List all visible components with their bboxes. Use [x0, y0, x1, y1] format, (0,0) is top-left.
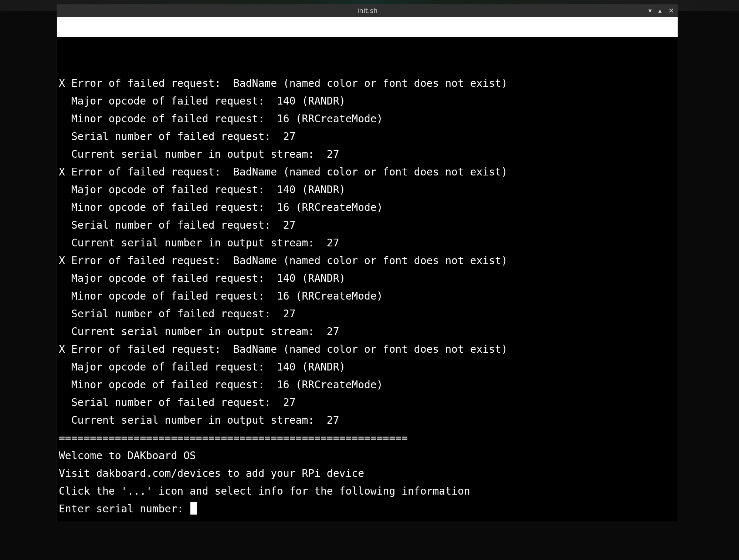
x-error-line: X Error of failed request: BadName (name… [59, 75, 676, 92]
x-error-line: Current serial number in output stream: … [59, 146, 676, 163]
welcome-line: Welcome to DAKboard OS [59, 447, 676, 465]
window-controls: ▾ ▴ ✕ [648, 4, 674, 17]
maximize-icon[interactable]: ▴ [658, 7, 662, 14]
x-error-line: X Error of failed request: BadName (name… [59, 252, 676, 270]
x-error-line: Current serial number in output stream: … [59, 234, 676, 252]
x-error-line: Major opcode of failed request: 140 (RAN… [59, 181, 676, 199]
welcome-line: Visit dakboard.com/devices to add your R… [59, 465, 676, 482]
toolbar-area [57, 17, 678, 37]
welcome-line: Click the '...' icon and select info for… [59, 482, 676, 500]
x-error-line: X Error of failed request: BadName (name… [59, 341, 676, 358]
cursor[interactable] [190, 502, 197, 515]
minimize-icon[interactable]: ▾ [648, 7, 652, 14]
x-error-line: Minor opcode of failed request: 16 (RRCr… [59, 376, 676, 394]
x-error-line: Minor opcode of failed request: 16 (RRCr… [59, 199, 676, 216]
window-title: init.sh [57, 7, 678, 14]
x-error-line: Minor opcode of failed request: 16 (RRCr… [59, 287, 676, 305]
window-titlebar[interactable]: init.sh ▾ ▴ ✕ [57, 4, 678, 17]
x-error-line: Minor opcode of failed request: 16 (RRCr… [59, 110, 676, 128]
terminal-window: init.sh ▾ ▴ ✕ X Error of failed request:… [57, 4, 678, 522]
x-error-line: Serial number of failed request: 27 [59, 394, 676, 412]
x-error-line: Major opcode of failed request: 140 (RAN… [59, 92, 676, 110]
divider-line: ========================================… [59, 429, 676, 447]
serial-prompt[interactable]: Enter serial number: [59, 500, 676, 518]
x-error-line: X Error of failed request: BadName (name… [59, 163, 676, 181]
x-error-line: Serial number of failed request: 27 [59, 305, 676, 323]
x-error-line: Serial number of failed request: 27 [59, 216, 676, 234]
x-error-line: Current serial number in output stream: … [59, 323, 676, 341]
x-error-line: Major opcode of failed request: 140 (RAN… [59, 270, 676, 287]
x-error-line: Serial number of failed request: 27 [59, 128, 676, 146]
x-error-line: Current serial number in output stream: … [59, 412, 676, 429]
close-icon[interactable]: ✕ [668, 7, 674, 14]
x-error-line: Major opcode of failed request: 140 (RAN… [59, 358, 676, 376]
terminal-output[interactable]: X Error of failed request: BadName (name… [57, 37, 678, 522]
